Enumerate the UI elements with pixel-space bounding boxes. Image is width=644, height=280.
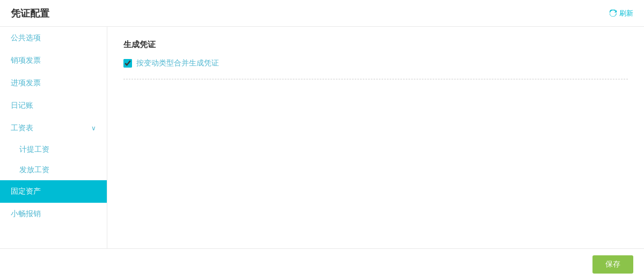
sidebar-item-sales-invoice[interactable]: 销项发票 [0, 49, 107, 72]
sidebar: 公共选项 销项发票 进项发票 日记账 工资表 ∨ 计提工资 发放工资 固定资产 … [0, 27, 107, 248]
refresh-icon [610, 10, 617, 17]
sidebar-item-purchase-invoice[interactable]: 进项发票 [0, 72, 107, 94]
section-divider [123, 79, 628, 79]
content-area: 生成凭证 按变动类型合并生成凭证 [107, 27, 644, 248]
sidebar-item-label: 工资表 [11, 123, 33, 133]
sidebar-item-label: 日记账 [11, 101, 33, 110]
sidebar-item-fixed-assets[interactable]: 固定资产 [0, 180, 107, 203]
sidebar-item-label: 发放工资 [19, 165, 49, 174]
page-title: 凭证配置 [11, 7, 49, 20]
main-layout: 公共选项 销项发票 进项发票 日记账 工资表 ∨ 计提工资 发放工资 固定资产 … [0, 27, 644, 248]
checkbox-label[interactable]: 按变动类型合并生成凭证 [136, 58, 219, 68]
header: 凭证配置 刷新 [0, 0, 644, 27]
section-title: 生成凭证 [123, 40, 628, 50]
save-button[interactable]: 保存 [592, 255, 633, 274]
sidebar-item-label: 销项发票 [11, 56, 41, 65]
refresh-label: 刷新 [619, 9, 633, 18]
sidebar-item-payroll[interactable]: 工资表 ∨ [0, 117, 107, 139]
sidebar-item-label: 小畅报销 [11, 209, 41, 219]
sidebar-item-journal[interactable]: 日记账 [0, 94, 107, 117]
refresh-button[interactable]: 刷新 [610, 9, 633, 18]
sidebar-item-label: 进项发票 [11, 78, 41, 88]
sidebar-item-payroll-pay[interactable]: 发放工资 [0, 160, 107, 180]
sidebar-item-expense[interactable]: 小畅报销 [0, 203, 107, 225]
sidebar-item-label: 计提工资 [19, 145, 49, 153]
sidebar-item-label: 公共选项 [11, 33, 41, 43]
sidebar-item-public[interactable]: 公共选项 [0, 27, 107, 49]
sidebar-item-payroll-calc[interactable]: 计提工资 [0, 139, 107, 160]
chevron-down-icon: ∨ [91, 124, 96, 132]
footer: 保存 [0, 248, 644, 280]
merge-by-type-checkbox[interactable] [123, 59, 132, 68]
checkbox-row: 按变动类型合并生成凭证 [123, 58, 628, 68]
sidebar-item-label: 固定资产 [11, 187, 41, 196]
